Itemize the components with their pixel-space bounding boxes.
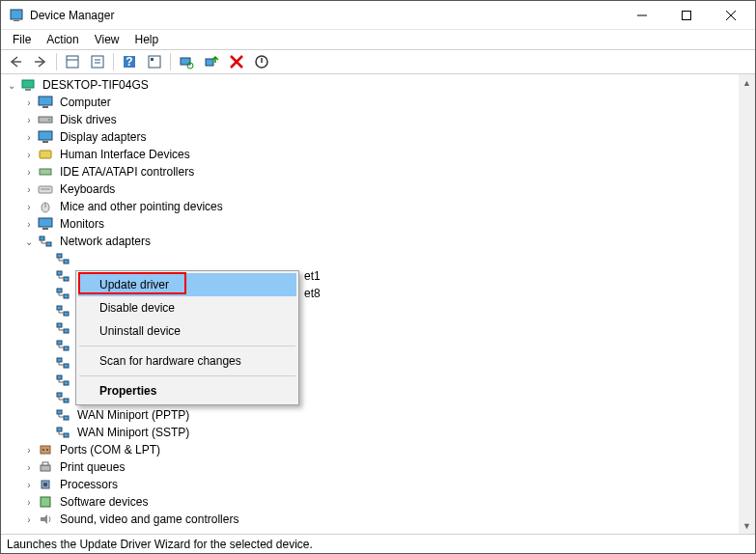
svg-rect-57	[57, 410, 62, 414]
expand-icon[interactable]: ›	[22, 460, 36, 474]
network-icon	[55, 286, 70, 301]
svg-rect-65	[42, 462, 48, 465]
network-icon	[55, 303, 70, 319]
context-menu-item-properties[interactable]: Properties	[78, 379, 296, 402]
expand-icon[interactable]: ›	[22, 182, 36, 196]
scroll-up-arrow[interactable]: ▲	[739, 74, 755, 91]
svg-rect-24	[42, 106, 48, 108]
help-button[interactable]: ?	[118, 51, 141, 72]
forward-button[interactable]	[29, 51, 52, 72]
svg-point-62	[42, 449, 44, 451]
tree-category-sound-video-and-game-controllers[interactable]: ›Sound, video and game controllers	[1, 511, 755, 528]
tree-item-label: Ports (COM & LPT)	[57, 442, 163, 457]
svg-rect-49	[57, 341, 62, 345]
hid-icon	[38, 147, 53, 162]
network-icon	[55, 251, 70, 266]
tree-item-label: Sound, video and game controllers	[57, 512, 241, 527]
tree-category-ports-com-lpt-[interactable]: ›Ports (COM & LPT)	[1, 441, 755, 458]
tree-category-disk-drives[interactable]: ›Disk drives	[1, 111, 755, 128]
context-menu-item-update-driver[interactable]: Update driver	[78, 273, 296, 296]
context-menu-item-scan-for-hardware-changes[interactable]: Scan for hardware changes	[78, 349, 296, 373]
expand-icon[interactable]: ›	[22, 495, 36, 509]
tree-device[interactable]: WAN Miniport (SSTP)	[1, 424, 755, 441]
back-button[interactable]	[4, 51, 27, 72]
disable-button[interactable]	[250, 51, 273, 72]
tree-item-label: Monitors	[57, 216, 107, 232]
app-icon	[9, 8, 24, 23]
update-driver-button[interactable]	[200, 51, 223, 72]
menu-file[interactable]: File	[5, 31, 39, 48]
tree-item-label-peek: et1	[301, 268, 323, 284]
tree-category-computer[interactable]: ›Computer	[1, 94, 755, 111]
menu-help[interactable]: Help	[127, 31, 167, 48]
expand-icon[interactable]: ›	[22, 148, 36, 161]
expand-icon[interactable]: ›	[22, 443, 36, 457]
expand-icon[interactable]: ›	[22, 130, 36, 144]
svg-rect-17	[206, 59, 213, 66]
mouse-icon	[38, 199, 53, 214]
tree-item-label: Keyboards	[57, 181, 118, 197]
uninstall-button[interactable]	[225, 51, 248, 72]
toolbar: ?	[1, 49, 755, 74]
expand-icon[interactable]: ›	[22, 96, 36, 109]
window-title: Device Manager	[30, 9, 620, 22]
context-menu-item-disable-device[interactable]: Disable device	[78, 296, 296, 319]
tree-category-keyboards[interactable]: ›Keyboards	[1, 180, 755, 198]
tree-category-network-adapters[interactable]: ⌄Network adapters	[1, 233, 755, 250]
collapse-icon[interactable]: ⌄	[5, 78, 18, 92]
context-menu-item-uninstall-device[interactable]: Uninstall device	[78, 319, 296, 343]
action-list-button[interactable]	[143, 51, 166, 72]
context-menu: Update driverDisable deviceUninstall dev…	[75, 270, 299, 405]
svg-rect-21	[22, 80, 34, 88]
collapse-icon[interactable]: ⌄	[22, 235, 36, 248]
svg-rect-8	[92, 56, 103, 68]
tree-category-print-queues[interactable]: ›Print queues	[1, 458, 755, 476]
expand-icon[interactable]: ›	[22, 113, 36, 126]
network-icon	[55, 407, 70, 423]
svg-rect-6	[67, 56, 78, 68]
tree-category-mice-and-other-pointing-devices[interactable]: ›Mice and other pointing devices	[1, 198, 755, 215]
tree-item-label: Computer	[57, 95, 114, 110]
statusbar-text: Launches the Update Driver Wizard for th…	[7, 538, 313, 551]
tree-device[interactable]	[1, 250, 755, 267]
tree-category-human-interface-devices[interactable]: ›Human Interface Devices	[1, 146, 755, 163]
expand-icon[interactable]: ›	[22, 512, 36, 526]
device-tree[interactable]: ▲ ▼ ⌄DESKTOP-TIF04GS›Computer›Disk drive…	[1, 74, 755, 534]
tree-category-software-devices[interactable]: ›Software devices	[1, 493, 755, 511]
expand-icon[interactable]: ›	[22, 478, 36, 491]
tree-item-label: WAN Miniport (SSTP)	[74, 425, 192, 440]
svg-text:?: ?	[126, 55, 132, 69]
scroll-down-arrow[interactable]: ▼	[739, 517, 755, 534]
menu-view[interactable]: View	[87, 31, 127, 48]
maximize-button[interactable]	[664, 1, 709, 30]
scan-hardware-button[interactable]	[175, 51, 198, 72]
tree-item-label-peek: et8	[301, 286, 323, 301]
show-hide-console-tree-button[interactable]	[61, 51, 84, 72]
tree-root[interactable]: ⌄DESKTOP-TIF04GS	[1, 76, 755, 94]
expand-icon[interactable]: ›	[22, 217, 36, 231]
cpu-icon	[38, 477, 53, 492]
network-icon	[55, 268, 70, 284]
tree-item-label: DESKTOP-TIF04GS	[40, 77, 152, 93]
svg-rect-64	[41, 465, 50, 471]
vertical-scrollbar[interactable]: ▲ ▼	[739, 74, 755, 534]
menubar: File Action View Help	[1, 30, 755, 49]
tree-category-display-adapters[interactable]: ›Display adapters	[1, 128, 755, 146]
monitor-icon	[38, 95, 53, 110]
tree-item-label	[74, 258, 80, 260]
minimize-button[interactable]	[620, 1, 664, 30]
properties-button[interactable]	[86, 51, 109, 72]
tree-item-label: Network adapters	[57, 234, 154, 249]
tree-item-label: Mice and other pointing devices	[57, 199, 226, 214]
tree-category-monitors[interactable]: ›Monitors	[1, 215, 755, 233]
tree-category-ide-ata-atapi-controllers[interactable]: ›IDE ATA/ATAPI controllers	[1, 163, 755, 180]
expand-icon[interactable]: ›	[22, 200, 36, 213]
tree-category-processors[interactable]: ›Processors	[1, 476, 755, 493]
context-menu-separator	[79, 346, 295, 346]
menu-action[interactable]: Action	[39, 31, 86, 48]
tree-device[interactable]: WAN Miniport (PPTP)	[1, 406, 755, 424]
tree-item-label: Processors	[57, 477, 121, 492]
close-button[interactable]	[709, 1, 753, 30]
network-icon	[38, 234, 53, 249]
expand-icon[interactable]: ›	[22, 165, 36, 179]
